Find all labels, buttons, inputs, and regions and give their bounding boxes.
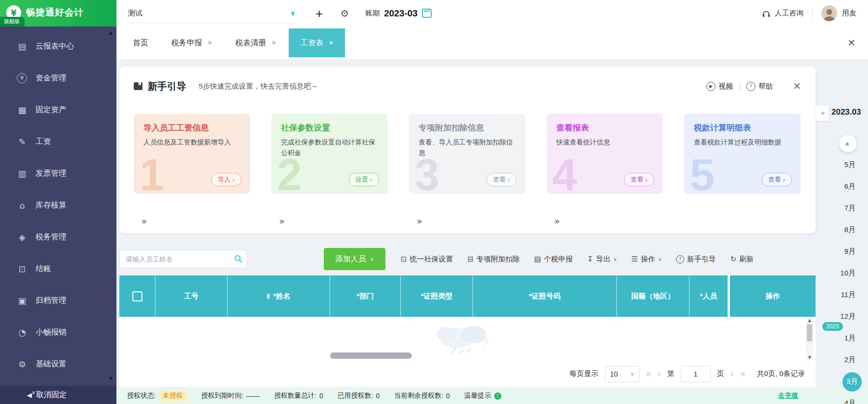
action-special-deduction[interactable]: ⊟ 专项附加扣除: [468, 255, 520, 264]
double-chevron-icon[interactable]: »: [554, 216, 559, 226]
double-chevron-icon[interactable]: »: [279, 216, 284, 226]
tip-group: 温馨提示 !: [464, 391, 501, 400]
sort-icon[interactable]: ▲▼: [267, 293, 270, 300]
sidebar-item-cloud-reports[interactable]: ▤ 云报表中心: [0, 30, 116, 62]
add-person-button[interactable]: 添加人员 ∨: [324, 248, 385, 270]
vertical-scrollbar[interactable]: ▲ ▼: [806, 317, 813, 361]
sidebar-item-expense[interactable]: ◔ 小畅报销: [0, 316, 116, 348]
add-tab-button[interactable]: +: [316, 7, 323, 20]
pin-toggle[interactable]: ◀× 取消固定: [0, 386, 116, 404]
month-item-active[interactable]: 3月: [816, 371, 868, 392]
action-label: 导出: [596, 255, 611, 264]
settings-gear-icon[interactable]: ⚙: [340, 8, 349, 19]
accounting-period[interactable]: 账期 2023-03: [365, 8, 432, 19]
user-avatar[interactable]: [821, 5, 837, 21]
workspace-selector[interactable]: 测试 ∨: [128, 3, 295, 23]
guide-close-icon[interactable]: ✕: [793, 80, 801, 92]
chevron-right-icon: ›: [232, 176, 235, 183]
help-question-icon[interactable]: ?: [746, 82, 755, 91]
action-export[interactable]: ↧ 导出 ∨: [587, 255, 617, 264]
action-operations[interactable]: ☰ 操作 ∨: [631, 255, 662, 264]
chevron-down-icon: ∨: [290, 9, 295, 17]
sidebar-item-tax[interactable]: ◈ 税务管理: [0, 221, 116, 253]
user-name[interactable]: 用友: [842, 9, 856, 18]
close-all-tabs-button[interactable]: ✕: [847, 37, 855, 49]
step-expanders: » » » »: [119, 216, 816, 226]
tab-close-icon[interactable]: ✕: [271, 39, 276, 46]
sidebar-scroll-up-icon[interactable]: ▲: [109, 30, 113, 35]
headset-icon: [762, 9, 771, 17]
month-item[interactable]: 6月: [816, 176, 868, 197]
support-button[interactable]: 人工咨询: [762, 9, 804, 18]
step-action-button[interactable]: 查看 ›: [624, 173, 654, 186]
tab-tax-register[interactable]: 税表清册 ✕: [224, 26, 288, 59]
step-expander: »: [409, 216, 525, 226]
action-refresh[interactable]: ↻ 刷新: [730, 255, 754, 264]
per-page-select[interactable]: 10 ∨: [605, 366, 639, 382]
help-label[interactable]: 帮助: [758, 82, 773, 91]
month-item[interactable]: 5月: [816, 154, 868, 176]
last-page-button[interactable]: »: [740, 369, 746, 378]
page-suffix: 页: [717, 369, 724, 378]
sidebar-item-label: 固定资产: [36, 105, 66, 115]
sidebar-item-payroll[interactable]: ✎ 工资: [0, 126, 116, 157]
divider: |: [739, 82, 740, 91]
prev-page-button[interactable]: ‹: [657, 369, 661, 378]
double-chevron-icon[interactable]: »: [417, 216, 421, 226]
month-item[interactable]: 11月: [816, 284, 868, 306]
first-page-button[interactable]: «: [646, 369, 651, 378]
topbar-inner: 测试 ∨ + ⚙ 账期 2023-03 人工咨询: [116, 0, 868, 26]
sidebar-item-archive[interactable]: ▣ 归档管理: [0, 285, 116, 316]
sidebar-scroll-down-icon[interactable]: ▼: [109, 376, 113, 381]
play-video-icon[interactable]: ▶: [706, 82, 715, 91]
auth-total-group: 授权数量总计: 0: [274, 391, 323, 400]
scroll-up-arrow-icon[interactable]: ▲: [808, 318, 811, 323]
tab-close-icon[interactable]: ✕: [207, 39, 212, 46]
sidebar-item-funds[interactable]: ¥ 资金管理: [0, 62, 116, 94]
search-input[interactable]: [119, 250, 247, 268]
sidebar-item-settings[interactable]: ⚙ 基础设置: [0, 348, 116, 380]
step-action-button[interactable]: 导入 ›: [211, 173, 242, 186]
guide-actions: ▶ 视频 | ? 帮助 ✕: [706, 80, 801, 92]
tab-home[interactable]: 首页: [121, 26, 160, 59]
tab-close-icon[interactable]: ✕: [329, 39, 333, 46]
sidebar-item-fixed-assets[interactable]: ▦ 固定资产: [0, 94, 116, 126]
year-badge: 2023: [822, 322, 843, 331]
page-input[interactable]: [681, 366, 711, 382]
info-icon[interactable]: !: [494, 392, 501, 400]
video-label[interactable]: 视频: [718, 82, 733, 91]
sidebar-item-closing[interactable]: ⊡ 结账: [0, 253, 116, 285]
pagination: 每页显示 10 ∨ « ‹ 第 页 › » 共0页, 0条记录: [119, 361, 816, 387]
month-item[interactable]: 9月: [816, 241, 868, 262]
action-unified-social-insurance[interactable]: ⊡ 统一社保设置: [401, 255, 453, 264]
action-newbie-guide[interactable]: ? 新手引导: [676, 255, 716, 264]
sidebar-item-invoice[interactable]: ▥ 发票管理: [0, 157, 116, 189]
action-tax-declare[interactable]: ▤ 个税申报: [534, 255, 573, 264]
search-icon[interactable]: [234, 255, 243, 263]
tab-tax-filing[interactable]: 税务申报 ✕: [160, 26, 224, 59]
sidebar-item-label: 资金管理: [36, 73, 66, 83]
scroll-thumb[interactable]: [807, 324, 812, 341]
month-item[interactable]: 7月: [816, 197, 868, 219]
recharge-link[interactable]: 去充值: [778, 391, 798, 400]
next-page-button[interactable]: ›: [730, 369, 734, 378]
rail-collapse-handle[interactable]: »: [816, 105, 829, 121]
tab-payroll-active[interactable]: 工资表 ✕: [289, 28, 345, 57]
action-label: 新手引导: [687, 255, 716, 264]
double-chevron-icon[interactable]: »: [141, 216, 146, 226]
month-item[interactable]: 4月: [816, 392, 868, 404]
step-action-button[interactable]: 设置 ›: [349, 173, 379, 186]
scroll-down-arrow-icon[interactable]: ▼: [808, 355, 811, 360]
month-item[interactable]: 2月: [816, 349, 868, 371]
horizontal-scrollbar[interactable]: [330, 352, 412, 359]
step-action-button[interactable]: 查看 ›: [762, 173, 792, 186]
sidebar-item-label: 库存核算: [36, 200, 66, 210]
step-action-button[interactable]: 查看 ›: [486, 173, 517, 186]
sidebar-item-inventory[interactable]: ⌂ 库存核算: [0, 189, 116, 221]
month-item[interactable]: 10月: [816, 262, 868, 284]
sidebar: ▲ ▤ 云报表中心 ¥ 资金管理 ▦ 固定资产 ✎ 工资 ▥ 发票管理: [0, 26, 116, 404]
rail-scroll-top-button[interactable]: «: [839, 135, 856, 152]
month-item[interactable]: 8月: [816, 219, 868, 241]
month-item[interactable]: 1月: [816, 327, 868, 349]
select-all-checkbox[interactable]: [132, 291, 142, 301]
